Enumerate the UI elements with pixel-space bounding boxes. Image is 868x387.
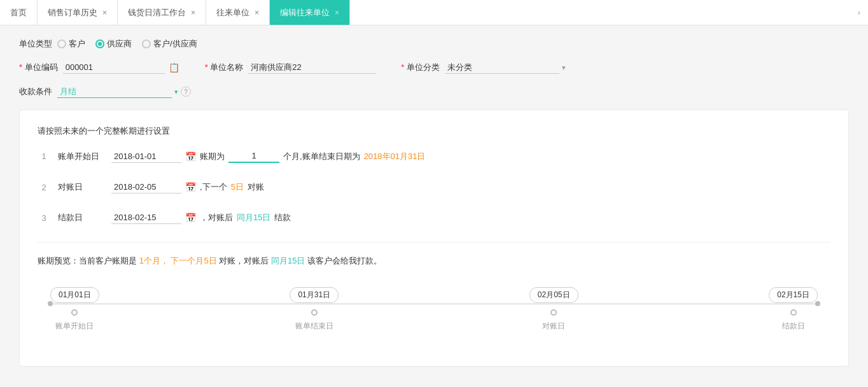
timeline-point-2: 01月31日 账单结束日 <box>290 287 339 332</box>
row-suffix-2: 对账 <box>248 181 264 193</box>
timeline-point-4: 02月15日 结款日 <box>769 287 818 332</box>
unit-code-icon[interactable]: 📋 <box>169 62 179 73</box>
preview-part1: 1个月， <box>139 256 169 265</box>
unit-type-radio-group: 客户 供应商 客户/供应商 <box>57 38 197 50</box>
unit-type-label: 单位类型 <box>19 38 52 50</box>
timeline-circle-4 <box>790 309 797 316</box>
payment-terms-row: 收款条件 月结 ▾ ? <box>19 85 849 98</box>
tab-edit-partner[interactable]: 编辑往来单位 × <box>270 0 350 25</box>
reconcile-day-highlight: 5日 <box>231 181 244 193</box>
row-num-2: 2 <box>38 183 50 192</box>
timeline-circle-1 <box>71 309 78 316</box>
preview-mid: 对账，对账后 <box>219 256 269 265</box>
preview-part2: 下一个月5日 <box>171 256 216 265</box>
row-label-3: 结款日 <box>58 212 104 223</box>
tab-partner-close[interactable]: × <box>255 8 259 17</box>
unit-type-row: 单位类型 客户 供应商 客户/供应商 <box>19 38 849 50</box>
row-num-3: 3 <box>38 213 50 223</box>
reconcile-date-input[interactable] <box>111 181 181 194</box>
unit-class-select-wrapper: 未分类 ▾ <box>445 61 566 74</box>
preview-label: 账期预览：当前客户账期是 <box>38 256 137 265</box>
timeline-point-3: 02月05日 对账日 <box>529 287 578 332</box>
reconcile-date-calendar-icon[interactable]: 📅 <box>185 182 196 192</box>
payment-terms-select[interactable]: 月结 <box>57 85 172 98</box>
unit-name-group: 单位名称 <box>205 61 376 74</box>
unit-info-row: 单位编码 📋 单位名称 单位分类 未分类 ▾ <box>19 61 849 74</box>
payment-terms-select-wrapper: 月结 ▾ <box>57 85 178 98</box>
tab-sales-history-close[interactable]: × <box>102 8 107 17</box>
timeline-points: 01月01日 账单开始日 01月31日 账单结束日 02月05日 对账日 <box>50 287 818 332</box>
unit-name-input[interactable] <box>248 61 375 74</box>
unit-code-input[interactable] <box>63 61 165 74</box>
tab-partner[interactable]: 往来单位 × <box>206 0 270 25</box>
unit-class-label: 单位分类 <box>401 62 440 73</box>
timeline-label-2: 账单结束日 <box>295 321 333 332</box>
payment-terms-label: 收款条件 <box>19 86 52 97</box>
timeline-label-4: 结款日 <box>782 321 805 332</box>
radio-both-label: 客户/供应商 <box>153 38 197 50</box>
unit-name-label: 单位名称 <box>205 62 244 73</box>
timeline-date-1: 01月01日 <box>50 287 99 303</box>
tab-edit-partner-close[interactable]: × <box>335 8 339 17</box>
preview-end: 该客户会给我打款。 <box>307 256 382 265</box>
tab-expand-button[interactable]: › <box>850 8 868 17</box>
setting-row-3: 3 结款日 📅 ，对账后 同月15日 结款 <box>38 211 830 224</box>
radio-supplier-label: 供应商 <box>107 38 132 50</box>
row-suffix-3: 结款 <box>274 212 291 223</box>
start-date-input[interactable] <box>111 150 181 163</box>
tab-home[interactable]: 首页 <box>0 0 38 25</box>
tab-cash-work[interactable]: 钱货日清工作台 × <box>118 0 206 25</box>
payment-terms-chevron-icon: ▾ <box>174 88 178 96</box>
timeline-circle-2 <box>311 309 318 316</box>
tab-partner-label: 往来单位 <box>216 7 249 18</box>
radio-customer-label: 客户 <box>69 38 85 50</box>
end-date-highlight: 2018年01月31日 <box>364 151 426 162</box>
row-suffix-1: 个月,账单结束日期为 <box>283 151 360 162</box>
row-num-1: 1 <box>38 151 50 161</box>
setting-row-2: 2 对账日 📅 ,下一个 5日 对账 <box>38 181 830 194</box>
unit-class-chevron-icon: ▾ <box>562 64 566 72</box>
payment-date-calendar-icon[interactable]: 📅 <box>185 213 196 223</box>
start-date-calendar-icon[interactable]: 📅 <box>185 151 196 162</box>
timeline-point-1: 01月01日 账单开始日 <box>50 287 99 332</box>
timeline-label-1: 账单开始日 <box>55 321 94 332</box>
timeline-date-4: 02月15日 <box>769 287 818 303</box>
main-content: 单位类型 客户 供应商 客户/供应商 单位编码 📋 单位名称 <box>0 25 868 382</box>
tab-sales-history[interactable]: 销售订单历史 × <box>38 0 118 25</box>
unit-class-group: 单位分类 未分类 ▾ <box>401 61 566 74</box>
period-input[interactable] <box>228 150 279 163</box>
payment-date-input[interactable] <box>111 211 181 224</box>
settings-section: 请按照未来的一个完整帐期进行设置 1 账单开始日 📅 账期为 个月,账单结束日期… <box>19 109 849 367</box>
row-middle-text-1: 账期为 <box>200 151 225 162</box>
timeline-date-2: 01月31日 <box>290 287 339 303</box>
payment-day-highlight: 同月15日 <box>237 212 270 223</box>
tab-sales-history-label: 销售订单历史 <box>48 7 97 18</box>
tab-edit-partner-label: 编辑往来单位 <box>280 7 330 18</box>
tab-cash-work-label: 钱货日清工作台 <box>128 7 186 18</box>
setting-row-1: 1 账单开始日 📅 账期为 个月,账单结束日期为 2018年01月31日 <box>38 150 830 163</box>
timeline-circle-3 <box>550 309 557 316</box>
section-title: 请按照未来的一个完整帐期进行设置 <box>38 125 830 137</box>
row-label-1: 账单开始日 <box>58 151 104 162</box>
tab-home-label: 首页 <box>10 7 27 18</box>
radio-both[interactable]: 客户/供应商 <box>142 38 197 50</box>
unit-code-group: 单位编码 📋 <box>19 61 179 74</box>
tab-cash-work-close[interactable]: × <box>191 8 195 17</box>
timeline-container: 01月01日 账单开始日 01月31日 账单结束日 02月05日 对账日 <box>38 277 830 351</box>
timeline-date-3: 02月05日 <box>529 287 578 303</box>
preview-part3: 同月15日 <box>271 256 305 265</box>
preview-section: 账期预览：当前客户账期是 1个月， 下一个月5日 对账，对账后 同月15日 该客… <box>38 245 830 272</box>
row-prefix-3: ，对账后 <box>200 212 233 223</box>
radio-supplier-circle <box>95 39 104 48</box>
unit-code-label: 单位编码 <box>19 62 58 73</box>
radio-customer-circle <box>57 39 66 48</box>
radio-both-circle <box>142 39 151 48</box>
row-label-2: 对账日 <box>58 181 104 193</box>
timeline-label-3: 对账日 <box>542 321 565 332</box>
unit-class-select[interactable]: 未分类 <box>445 61 559 74</box>
radio-supplier[interactable]: 供应商 <box>95 38 132 50</box>
radio-customer[interactable]: 客户 <box>57 38 85 50</box>
row-prefix-2: ,下一个 <box>200 181 227 193</box>
payment-terms-help-icon[interactable]: ? <box>181 87 191 97</box>
tab-bar: 首页 销售订单历史 × 钱货日清工作台 × 往来单位 × 编辑往来单位 × › <box>0 0 868 25</box>
